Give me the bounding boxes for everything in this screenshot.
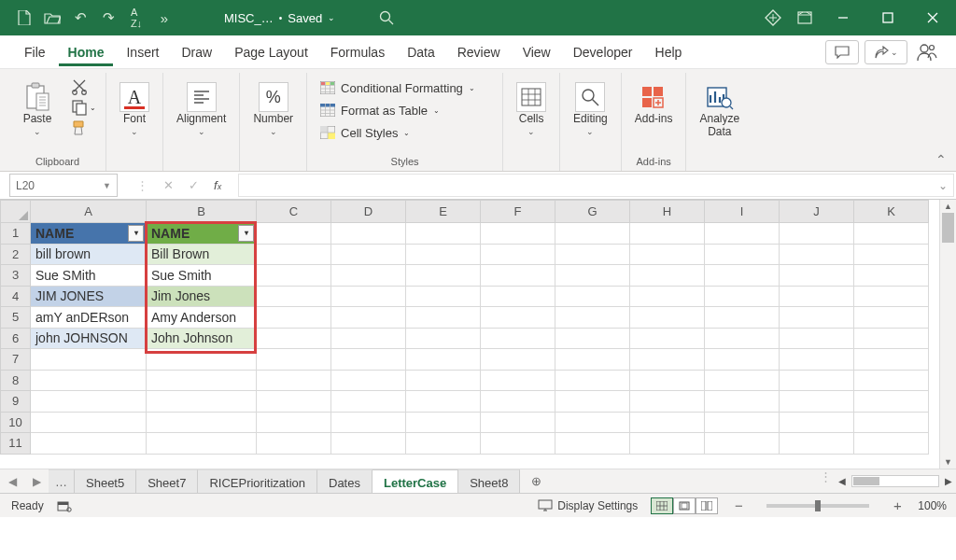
sort-icon[interactable]: AZ↓ [123,5,149,31]
cell-a5[interactable]: amY anDERson [31,307,147,329]
cell-a4[interactable]: JIM JONES [31,286,147,307]
filter-dropdown-icon[interactable]: ▾ [128,225,144,242]
redo-icon[interactable]: ↷ [95,5,121,31]
maximize-button[interactable] [868,3,907,33]
select-all-triangle[interactable] [1,201,31,223]
sheet-tab-sheet5[interactable]: Sheet5 [75,469,136,493]
col-header-i[interactable]: I [705,201,780,223]
zoom-out-button[interactable]: − [731,497,746,513]
sheet-tab-lettercase[interactable]: LetterCase [373,469,458,493]
cancel-formula-icon[interactable]: ✕ [163,178,174,192]
scroll-down-icon[interactable]: ▼ [940,455,956,469]
enter-formula-icon[interactable]: ✓ [189,178,199,192]
cell-c1[interactable] [257,223,331,245]
paste-button[interactable]: Paste ⌄ [19,78,56,140]
cut-icon[interactable] [71,78,96,95]
col-header-d[interactable]: D [331,201,406,223]
tab-page-layout[interactable]: Page Layout [225,38,317,66]
diamond-icon[interactable] [760,5,786,31]
alignment-button[interactable]: Alignment ⌄ [173,78,230,140]
comments-button[interactable] [825,40,859,64]
col-header-e[interactable]: E [406,201,481,223]
fx-icon[interactable]: fx [214,178,221,192]
tab-home[interactable]: Home [59,38,114,66]
display-settings-button[interactable]: Display Settings [538,499,638,512]
more-icon[interactable]: » [151,5,177,31]
sheet-tab-sheet7[interactable]: Sheet7 [136,469,198,493]
sheet-tab-rice[interactable]: RICEPrioritization [198,469,317,493]
document-title[interactable]: MISC_… • Saved ⌄ [224,11,335,25]
tab-scroll-split[interactable]: ⋮ [816,469,835,493]
addins-button[interactable]: Add-ins [631,78,677,129]
collapse-ribbon-icon[interactable]: ⌃ [935,152,947,167]
tab-draw[interactable]: Draw [172,38,221,66]
tab-view[interactable]: View [513,38,560,66]
view-page-layout-button[interactable] [673,497,696,514]
zoom-slider[interactable] [766,504,869,508]
formula-input[interactable]: ⌄ [238,174,954,197]
sheet-nav-prev[interactable]: ◀ [0,469,24,493]
editing-button[interactable]: Editing ⌄ [569,78,612,140]
share-button[interactable]: ⌄ [865,40,907,64]
cells-button[interactable]: Cells ⌄ [513,78,550,140]
filter-dropdown-icon[interactable]: ▾ [238,225,254,242]
scroll-up-icon[interactable]: ▲ [940,200,956,213]
row-header-3[interactable]: 3 [1,265,31,287]
new-file-icon[interactable] [11,5,37,31]
expand-formula-icon[interactable]: ⌄ [938,179,948,192]
vertical-scrollbar[interactable]: ▲ ▼ [939,200,956,469]
sheet-tab-sheet8[interactable]: Sheet8 [458,469,520,493]
cell-a1[interactable]: NAME▾ [31,223,147,245]
cell-b5[interactable]: Amy Anderson [147,307,257,329]
horizontal-scrollbar[interactable] [851,475,939,487]
view-normal-button[interactable] [651,497,673,514]
macro-record-icon[interactable] [57,499,72,512]
minimize-button[interactable] [823,3,863,33]
hscroll-right-icon[interactable]: ▶ [941,476,956,486]
tab-data[interactable]: Data [398,38,444,66]
cell-b6[interactable]: John Johnson [147,328,257,349]
new-sheet-button[interactable]: ⊕ [520,469,552,493]
cell-a2[interactable]: bill brown [31,244,147,265]
cell-styles-button[interactable]: Cell Styles ⌄ [316,123,479,142]
tab-file[interactable]: File [15,38,55,66]
col-header-f[interactable]: F [481,201,555,223]
format-painter-icon[interactable] [71,119,96,136]
col-header-k[interactable]: K [854,201,929,223]
row-header-2[interactable]: 2 [1,244,31,265]
tab-developer[interactable]: Developer [564,38,642,66]
tab-review[interactable]: Review [448,38,510,66]
tab-help[interactable]: Help [646,38,692,66]
cell-b3[interactable]: Sue Smith [147,265,257,287]
col-header-b[interactable]: B [147,201,257,223]
col-header-g[interactable]: G [555,201,630,223]
cell-a3[interactable]: Sue SMith [31,265,147,287]
scrollbar-thumb[interactable] [942,213,954,243]
hscroll-left-icon[interactable]: ◀ [835,476,850,486]
col-header-j[interactable]: J [780,201,854,223]
col-header-c[interactable]: C [257,201,331,223]
open-file-icon[interactable] [39,5,65,31]
sheet-overflow[interactable]: … [49,469,75,493]
format-as-table-button[interactable]: Format as Table ⌄ [316,101,479,119]
zoom-in-button[interactable]: + [890,497,905,513]
account-icon[interactable] [913,43,941,62]
row-header-1[interactable]: 1 [1,223,31,245]
ribbon-mode-icon[interactable] [792,5,818,31]
cell-b1[interactable]: NAME▾ [147,223,257,245]
analyze-data-button[interactable]: Analyze Data [696,78,743,142]
number-button[interactable]: % Number ⌄ [249,78,297,140]
search-icon[interactable] [373,7,401,29]
col-header-h[interactable]: H [630,201,705,223]
cell-a6[interactable]: john JOHNSON [31,328,147,349]
tab-formulas[interactable]: Formulas [321,38,394,66]
tab-insert[interactable]: Insert [117,38,168,66]
zoom-level[interactable]: 100% [918,499,947,512]
row-header-4[interactable]: 4 [1,286,31,307]
view-page-break-button[interactable] [696,497,718,514]
close-button[interactable] [913,3,952,33]
cell-b2[interactable]: Bill Brown [147,244,257,265]
undo-icon[interactable]: ↶ [67,5,93,31]
col-header-a[interactable]: A [31,201,147,223]
copy-icon[interactable]: ⌄ [71,99,96,116]
